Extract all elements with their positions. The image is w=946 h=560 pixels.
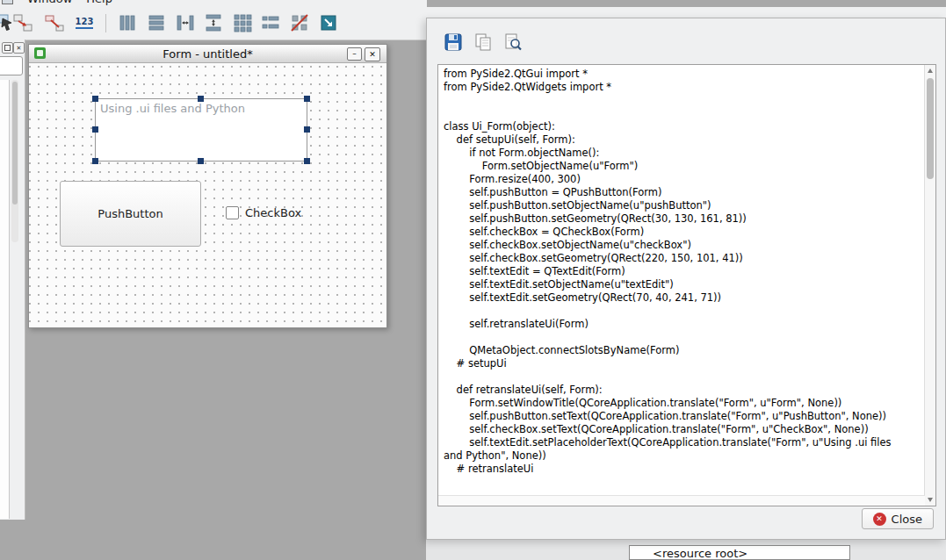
form-canvas[interactable]: Using .ui files and Python PushButton Ch… xyxy=(29,63,386,327)
code-dialog-toolbar xyxy=(443,32,524,53)
toolbar-separator xyxy=(105,14,106,32)
scrollbar-thumb[interactable] xyxy=(927,78,934,179)
widget-list-scrollbar[interactable] xyxy=(11,80,18,242)
selection-handle[interactable] xyxy=(304,96,310,102)
code-hscrollbar[interactable] xyxy=(438,495,925,506)
selection-handle[interactable] xyxy=(304,158,310,164)
checkbox-widget[interactable]: CheckBox xyxy=(226,205,301,220)
edit-tab-order-icon[interactable]: 123 xyxy=(74,12,95,33)
dock-float-button[interactable] xyxy=(2,42,13,54)
adjust-size-icon[interactable] xyxy=(318,12,339,33)
menu-window[interactable]: Window xyxy=(27,0,72,5)
selection-handle[interactable] xyxy=(198,96,204,102)
resource-root-label: <resource root> xyxy=(653,547,747,560)
app-menu-icon[interactable] xyxy=(2,0,13,4)
layout-form-icon[interactable] xyxy=(260,12,281,33)
widget-filter-input[interactable] xyxy=(0,56,23,75)
widget-box-panel: ✕ xyxy=(0,39,25,520)
qt-designer-screen: Window Help 123 xyxy=(0,0,946,560)
tab-order-digits: 123 xyxy=(76,17,94,29)
break-layout-icon[interactable] xyxy=(289,12,310,33)
selection-handle[interactable] xyxy=(92,158,98,164)
textedit-placeholder: Using .ui files and Python xyxy=(100,102,245,115)
scrollbar-thumb[interactable] xyxy=(12,82,18,205)
float-icon xyxy=(4,45,11,51)
code-view[interactable]: from PySide2.QtGui import * from PySide2… xyxy=(437,64,936,506)
python-code-dialog: from PySide2.QtGui import * from PySide2… xyxy=(426,18,946,540)
scroll-up-icon[interactable] xyxy=(928,68,933,73)
layout-grid-icon[interactable] xyxy=(232,12,253,33)
selection-handle[interactable] xyxy=(198,158,204,164)
pushbutton-widget[interactable]: PushButton xyxy=(60,181,201,247)
layout-vertical-icon[interactable] xyxy=(146,12,167,33)
layout-horizontal-splitter-icon[interactable] xyxy=(175,12,196,33)
layout-horizontal-icon[interactable] xyxy=(117,12,138,33)
checkbox-indicator[interactable] xyxy=(226,206,239,219)
form-window-title: Form - untitled* xyxy=(29,47,386,61)
find-icon[interactable] xyxy=(502,32,524,53)
menu-help[interactable]: Help xyxy=(86,0,112,5)
dialog-close-button[interactable]: ✕ Close xyxy=(862,508,934,529)
selection-handle[interactable] xyxy=(92,126,98,133)
form-window-titlebar[interactable]: Form - untitled* – ✕ xyxy=(29,45,386,63)
save-icon[interactable] xyxy=(443,32,464,53)
textedit-widget[interactable]: Using .ui files and Python xyxy=(95,98,307,162)
edit-signals-slots-icon[interactable] xyxy=(12,12,33,33)
menubar: Window Help xyxy=(0,0,427,7)
form-designer-window: Form - untitled* – ✕ Using .ui files and… xyxy=(28,44,387,328)
copy-icon[interactable] xyxy=(473,32,494,53)
minimize-button[interactable]: – xyxy=(347,47,362,61)
selection-handle[interactable] xyxy=(92,96,98,102)
selection-handle[interactable] xyxy=(304,126,310,133)
layout-vertical-splitter-icon[interactable] xyxy=(203,12,224,33)
scroll-down-icon[interactable] xyxy=(928,498,933,502)
python-code: from PySide2.QtGui import * from PySide2… xyxy=(438,65,935,478)
widget-list-fragment xyxy=(0,80,10,519)
checkbox-label: CheckBox xyxy=(245,206,301,219)
window-close-button[interactable]: ✕ xyxy=(365,47,380,61)
resource-root-item[interactable]: <resource root> xyxy=(629,545,850,560)
edit-buddies-icon[interactable] xyxy=(44,12,65,33)
code-vscrollbar[interactable] xyxy=(924,65,935,506)
close-circle-icon: ✕ xyxy=(873,513,886,526)
dock-close-button[interactable]: ✕ xyxy=(13,42,25,54)
close-button-label: Close xyxy=(892,513,922,526)
resource-browser-fragment: <resource root> xyxy=(426,540,946,560)
